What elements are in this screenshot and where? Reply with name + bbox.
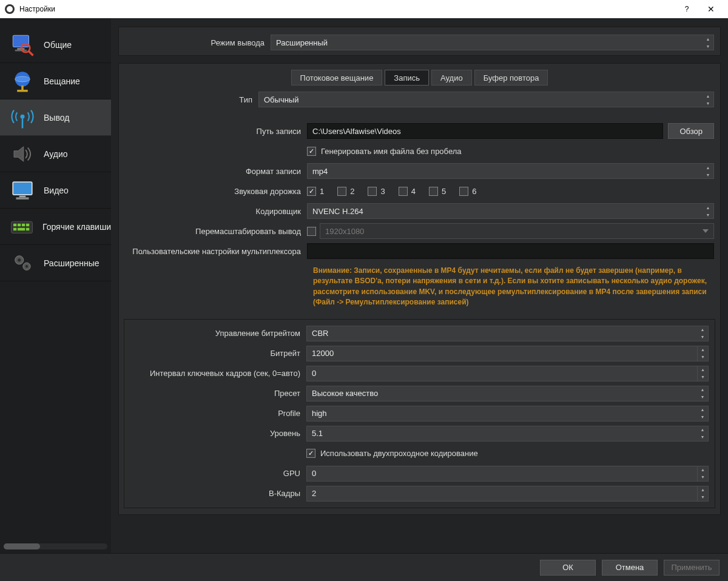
chevron-down-icon[interactable]: ▼ xyxy=(697,374,708,381)
output-mode-panel: Режим вывода Расширенный ▲▼ xyxy=(118,27,721,56)
chevron-down-icon[interactable]: ▼ xyxy=(697,494,708,501)
sidebar-item-label: Видео xyxy=(44,186,69,195)
chevron-up-icon[interactable]: ▲ xyxy=(697,366,708,374)
track-5-checkbox[interactable] xyxy=(429,187,438,196)
sidebar-item-output[interactable]: Вывод xyxy=(0,99,111,136)
antenna-icon xyxy=(8,104,36,132)
svg-rect-19 xyxy=(13,227,16,230)
rescale-select: 1920x1080 xyxy=(320,223,714,239)
svg-point-9 xyxy=(21,114,25,118)
chevron-down-icon[interactable]: ▼ xyxy=(697,474,708,481)
keyboard-icon xyxy=(8,213,35,241)
svg-point-25 xyxy=(25,265,28,267)
level-select[interactable]: 5.1 ▲▼ xyxy=(306,426,709,442)
chevron-down-icon: ▼ xyxy=(703,211,713,218)
chevron-down-icon[interactable]: ▼ xyxy=(697,354,708,361)
track-6-checkbox[interactable] xyxy=(459,187,468,196)
track-4-checkbox[interactable] xyxy=(399,187,408,196)
mux-input[interactable] xyxy=(307,243,714,259)
monitor-magnify-icon xyxy=(8,31,36,59)
tab-recording[interactable]: Запись xyxy=(385,70,429,86)
profile-select[interactable]: high ▲▼ xyxy=(306,406,709,421)
chevron-up-icon[interactable]: ▲ xyxy=(697,466,708,474)
tab-streaming[interactable]: Потоковое вещание xyxy=(291,70,383,86)
track-1-label: 1 xyxy=(320,187,324,196)
track-2-label: 2 xyxy=(350,187,354,196)
sidebar-item-general[interactable]: Общие xyxy=(0,27,111,63)
track-2-checkbox[interactable] xyxy=(337,187,346,196)
chevron-up-icon[interactable]: ▲ xyxy=(697,486,708,494)
svg-rect-11 xyxy=(13,182,32,195)
svg-rect-21 xyxy=(26,227,29,230)
sidebar-item-audio[interactable]: Аудио xyxy=(0,136,111,172)
format-value: mp4 xyxy=(312,167,328,176)
svg-rect-20 xyxy=(18,227,25,230)
tab-replay-buffer[interactable]: Буфер повтора xyxy=(474,70,548,86)
sidebar-item-label: Вещание xyxy=(44,76,80,86)
type-value: Обычный xyxy=(264,95,298,104)
track-5-label: 5 xyxy=(442,187,446,196)
chevron-down-icon xyxy=(700,224,711,238)
chevron-up-icon: ▲ xyxy=(697,426,708,434)
ok-button[interactable]: ОК xyxy=(540,560,596,576)
encoder-value: NVENC H.264 xyxy=(312,207,363,216)
svg-line-4 xyxy=(29,51,33,55)
chevron-up-icon: ▲ xyxy=(703,35,713,42)
sidebar-item-video[interactable]: Видео xyxy=(0,172,111,209)
gen-filename-checkbox[interactable] xyxy=(307,147,316,156)
chevron-down-icon: ▼ xyxy=(697,434,708,441)
mp4-warning: Внимание: Записи, сохраненные в MP4 буду… xyxy=(307,262,714,315)
svg-rect-17 xyxy=(22,223,25,226)
svg-rect-12 xyxy=(19,195,26,197)
output-mode-select[interactable]: Расширенный ▲▼ xyxy=(271,35,714,50)
sidebar-scrollbar[interactable] xyxy=(4,543,107,549)
rate-ctrl-select[interactable]: CBR ▲▼ xyxy=(306,326,709,341)
format-label: Формат записи xyxy=(119,167,307,176)
chevron-up-icon: ▲ xyxy=(703,164,713,171)
sidebar-item-hotkeys[interactable]: Горячие клавиши xyxy=(0,209,111,245)
rescale-checkbox[interactable] xyxy=(307,227,316,236)
svg-rect-13 xyxy=(16,197,29,200)
sidebar-item-label: Горячие клавиши xyxy=(42,222,111,232)
gpu-label: GPU xyxy=(124,469,306,478)
output-mode-value: Расширенный xyxy=(276,38,328,47)
keyframe-input[interactable]: 0 ▲▼ xyxy=(306,366,709,381)
track-1-checkbox[interactable] xyxy=(307,187,316,196)
twopass-checkbox[interactable] xyxy=(306,449,315,458)
chevron-up-icon: ▲ xyxy=(697,326,708,334)
apply-button: Применить xyxy=(664,560,720,576)
track-3-checkbox[interactable] xyxy=(368,187,377,196)
level-label: Уровень xyxy=(124,429,306,438)
chevron-down-icon: ▼ xyxy=(697,414,708,421)
chevron-up-icon: ▲ xyxy=(697,386,708,394)
gears-icon xyxy=(8,249,36,277)
profile-label: Profile xyxy=(124,409,306,418)
speaker-icon xyxy=(8,140,36,168)
rate-ctrl-label: Управление битрейтом xyxy=(124,329,306,338)
svg-rect-0 xyxy=(13,35,29,47)
help-button[interactable]: ? xyxy=(675,0,699,18)
svg-rect-2 xyxy=(15,49,27,51)
browse-button[interactable]: Обзор xyxy=(668,123,714,139)
chevron-up-icon[interactable]: ▲ xyxy=(697,346,708,354)
format-select[interactable]: mp4 ▲▼ xyxy=(307,163,714,179)
preset-select[interactable]: Высокое качество ▲▼ xyxy=(306,386,709,401)
cancel-button[interactable]: Отмена xyxy=(602,560,658,576)
bitrate-label: Битрейт xyxy=(124,349,306,358)
sidebar-item-advanced[interactable]: Расширенные xyxy=(0,245,111,281)
encoder-select[interactable]: NVENC H.264 ▲▼ xyxy=(307,203,714,219)
gen-filename-label: Генерировать имя файла без пробела xyxy=(321,147,462,156)
recording-panel: Потоковое вещание Запись Аудио Буфер пов… xyxy=(118,63,721,515)
sidebar-item-stream[interactable]: Вещание xyxy=(0,63,111,99)
tab-audio[interactable]: Аудио xyxy=(431,70,472,86)
type-select[interactable]: Обычный ▲▼ xyxy=(258,92,714,107)
path-label: Путь записи xyxy=(119,127,307,136)
path-input[interactable] xyxy=(307,123,663,139)
bframes-value: 2 xyxy=(312,489,316,498)
close-button[interactable]: ✕ xyxy=(699,0,723,18)
bframes-input[interactable]: 2 ▲▼ xyxy=(306,486,709,502)
gpu-input[interactable]: 0 ▲▼ xyxy=(306,466,709,482)
sidebar-item-label: Общие xyxy=(44,40,72,50)
twopass-label: Использовать двухпроходное кодирование xyxy=(320,449,478,458)
bitrate-input[interactable]: 12000 ▲▼ xyxy=(306,346,709,361)
